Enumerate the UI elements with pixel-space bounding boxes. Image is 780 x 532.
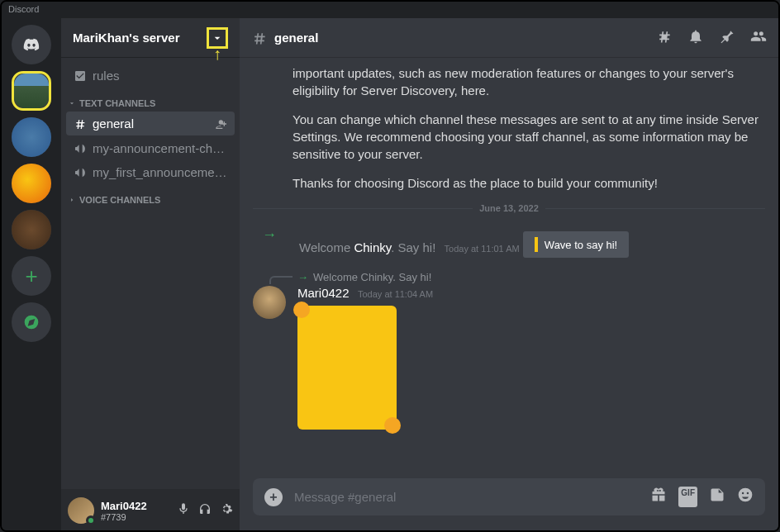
emoji-button[interactable]: [737, 487, 754, 507]
annotation-arrow-icon: ↑: [213, 45, 221, 64]
intro-paragraph-3: Thanks for choosing Discord as the place…: [292, 174, 765, 192]
members-icon: [750, 28, 767, 45]
user-name-label: Mari0422: [101, 500, 170, 512]
reply-reference[interactable]: → Welcome Chinky. Say hi!: [283, 269, 765, 284]
welcome-text: Welcome Chinky. Say hi! Today at 11:01 A…: [299, 240, 523, 254]
rules-icon: [73, 69, 88, 83]
intro-paragraph-1: important updates, such as new moderatio…: [292, 64, 765, 99]
divider-date-label: June 13, 2022: [479, 203, 539, 213]
channel-header: general: [240, 18, 778, 58]
mute-mic-button[interactable]: [177, 502, 190, 519]
channel-label: rules: [93, 69, 228, 83]
discord-logo-icon: [23, 36, 40, 53]
window-titlebar: Discord: [2, 2, 778, 18]
threads-icon: [656, 28, 673, 45]
chevron-right-icon: [68, 196, 76, 204]
channel-title: general: [274, 31, 318, 45]
channels-sidebar: MariKhan's server rules TEXT CHANNELS: [61, 18, 240, 532]
reply-spine-icon: [269, 276, 292, 284]
server-item-3[interactable]: [12, 164, 51, 203]
date-divider: June 13, 2022: [253, 203, 765, 213]
server-item-2[interactable]: [12, 117, 51, 157]
explore-servers-button[interactable]: [12, 302, 51, 342]
gift-button[interactable]: [650, 487, 667, 507]
hash-icon: [73, 117, 88, 131]
bell-icon: [687, 28, 704, 45]
welcome-timestamp: Today at 11:01 AM: [445, 244, 520, 254]
status-online-icon: [86, 515, 96, 525]
wave-button-label: Wave to say hi!: [545, 239, 617, 251]
app-title: Discord: [8, 4, 39, 14]
wave-sticker-attachment[interactable]: [297, 306, 397, 430]
attach-button[interactable]: +: [264, 488, 283, 506]
message-input[interactable]: [294, 490, 639, 504]
deafen-button[interactable]: [198, 502, 212, 519]
gif-button[interactable]: GIF: [678, 487, 697, 507]
user-settings-button[interactable]: [220, 502, 233, 519]
server-icon: [12, 210, 51, 249]
user-avatar[interactable]: [68, 497, 94, 524]
megaphone-icon: [73, 142, 88, 155]
wave-to-say-hi-button[interactable]: Wave to say hi!: [523, 231, 629, 258]
category-text-channels[interactable]: TEXT CHANNELS: [66, 88, 235, 112]
channel-label: my_first_announcemen...: [93, 165, 228, 179]
reply-ref-text: Welcome Chinky. Say hi!: [313, 271, 431, 283]
mic-icon: [177, 502, 190, 515]
compass-icon: [23, 314, 40, 330]
sticker-icon: [709, 487, 725, 503]
message-composer: + GIF: [253, 478, 765, 515]
join-arrow-icon: →: [253, 225, 286, 244]
server-name-label: MariKhan's server: [73, 31, 179, 45]
reply-message: → Welcome Chinky. Say hi! Mari0422 Today…: [253, 269, 765, 430]
server-item-current[interactable]: [12, 71, 51, 111]
join-arrow-icon: →: [297, 271, 308, 283]
message-timestamp: Today at 11:04 AM: [358, 289, 433, 299]
message-scroller[interactable]: important updates, such as new moderatio…: [240, 58, 778, 478]
server-icon: [12, 164, 51, 203]
hash-icon: [251, 30, 268, 46]
plus-icon: +: [269, 490, 277, 505]
wave-sticker-preview-icon: [535, 237, 538, 252]
intro-paragraph-2: You can change which channel these messa…: [292, 111, 765, 163]
pin-icon: [719, 28, 735, 45]
main-content: general important updates, such as new m…: [240, 18, 778, 532]
chevron-down-icon: [211, 31, 224, 45]
notifications-button[interactable]: [687, 28, 704, 48]
message-author[interactable]: Mari0422: [297, 286, 350, 300]
channel-rules[interactable]: rules: [66, 64, 235, 87]
user-tag-label: #7739: [101, 512, 170, 522]
gift-icon: [650, 487, 667, 503]
channel-general[interactable]: general: [66, 112, 235, 135]
server-rail: +: [2, 18, 61, 532]
welcome-system-message: → Welcome Chinky. Say hi! Today at 11:01…: [253, 225, 765, 258]
channel-label: general: [93, 116, 210, 131]
megaphone-icon: [73, 166, 88, 179]
create-invite-icon[interactable]: [215, 116, 228, 131]
channel-label: my-announcement-cha...: [93, 141, 228, 155]
message-avatar[interactable]: [253, 286, 286, 319]
pinned-button[interactable]: [719, 28, 735, 48]
gear-icon: [220, 502, 233, 515]
channel-announcement-2[interactable]: my_first_announcemen...: [66, 161, 235, 183]
threads-button[interactable]: [656, 28, 673, 48]
plus-icon: +: [25, 264, 37, 289]
members-button[interactable]: [750, 28, 767, 48]
category-label: TEXT CHANNELS: [79, 98, 155, 108]
chevron-down-icon: [68, 99, 76, 107]
headphones-icon: [198, 502, 212, 515]
user-panel: Mari0422 #7739: [61, 489, 240, 532]
server-icon: [14, 74, 49, 108]
channel-list: rules TEXT CHANNELS general my-anno: [61, 58, 240, 489]
user-info[interactable]: Mari0422 #7739: [101, 500, 170, 522]
emoji-icon: [737, 487, 754, 503]
category-label: VOICE CHANNELS: [79, 195, 160, 205]
home-button[interactable]: [12, 25, 51, 64]
server-item-4[interactable]: [12, 210, 51, 249]
server-icon: [12, 117, 51, 157]
add-server-button[interactable]: +: [12, 256, 51, 296]
channel-announcement-1[interactable]: my-announcement-cha...: [66, 137, 235, 159]
sticker-button[interactable]: [709, 487, 725, 507]
category-voice-channels[interactable]: VOICE CHANNELS: [66, 185, 235, 208]
